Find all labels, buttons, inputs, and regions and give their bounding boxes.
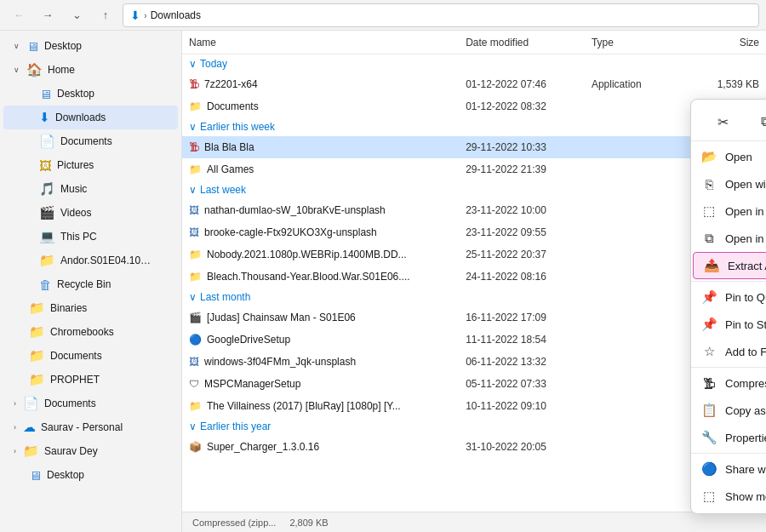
group-header[interactable]: ∨Today <box>182 54 766 73</box>
file-name-cell: 🖼windows-3f04FMm_Jqk-unsplash <box>189 356 466 368</box>
sidebar-item-label: Recycle Bin <box>57 278 156 290</box>
context-item-icon: 📋 <box>701 403 717 418</box>
group-header[interactable]: ∨Earlier this week <box>182 117 766 136</box>
context-menu-item-share-skype[interactable]: 🔵Share with Skype <box>691 455 766 483</box>
sidebar-item-prophet[interactable]: 📁PROPHET <box>3 368 178 392</box>
sidebar-item-icon: 🖥 <box>29 468 42 483</box>
sidebar-item-downloads[interactable]: ⬇Downloads📌 <box>3 106 178 129</box>
sidebar-item-documents3[interactable]: ›📄Documents <box>3 392 178 415</box>
file-name-cell: 📁Documents <box>189 100 466 112</box>
context-menu-divider <box>691 453 766 454</box>
table-row[interactable]: 🔵GoogleDriveSetup11-11-2022 18:54 <box>182 329 766 351</box>
context-item-icon: 🔧 <box>701 430 717 445</box>
context-menu-item-open-new-window[interactable]: ⧉Open in new window <box>691 225 766 252</box>
context-item-label: Compress to ZIP file <box>725 377 766 390</box>
context-menu-item-pin-quick[interactable]: 📌Pin to Quick access <box>691 283 766 311</box>
col-header-type[interactable]: Type <box>592 37 692 49</box>
file-modified: 11-11-2022 18:54 <box>466 334 592 346</box>
file-icon: 🖼 <box>189 356 199 368</box>
file-size: 1,539 KB <box>692 78 759 90</box>
sidebar-item-chromebooks[interactable]: 📁Chromebooks <box>3 320 178 344</box>
sidebar-item-icon: 🗑 <box>39 277 52 292</box>
sidebar-item-saurav-dey[interactable]: ›📁Saurav Dey <box>3 439 178 463</box>
context-item-label: Add to Favorites <box>725 346 766 358</box>
up-button[interactable]: ↑ <box>94 3 117 27</box>
context-menu: ✂⧉✏↗🗑📂OpenEnter⎘Open with›⬚Open in new t… <box>690 99 766 514</box>
sidebar-item-videos[interactable]: 🎬Videos📌 <box>3 201 178 225</box>
context-menu-item-open[interactable]: 📂OpenEnter <box>691 143 766 170</box>
table-row[interactable]: 🗜Bla Bla Bla29-11-2022 10:33 <box>182 136 766 158</box>
context-tool-cut[interactable]: ✂ <box>707 108 738 135</box>
table-row[interactable]: 📁The Villainess (2017) [BluRay] [1080p] … <box>182 395 766 417</box>
context-item-label: Copy as path <box>725 404 766 417</box>
table-row[interactable]: 📦Super_Charger_1.3.0.1631-10-2022 20:05 <box>182 436 766 458</box>
col-header-name[interactable]: Name <box>189 37 466 49</box>
table-row[interactable]: 📁All Games29-11-2022 21:39 <box>182 158 766 180</box>
address-bar[interactable]: ⬇ › Downloads <box>123 3 759 27</box>
context-menu-item-pin-start[interactable]: 📌Pin to Start <box>691 311 766 338</box>
back-button[interactable]: ← <box>7 3 31 27</box>
forward-button[interactable]: → <box>36 3 60 27</box>
sidebar-item-icon: 📄 <box>39 134 55 149</box>
sidebar-item-label: Saurav - Personal <box>41 421 171 433</box>
sidebar-item-documents2[interactable]: 📁Documents <box>3 344 178 368</box>
table-row[interactable]: 🗜7z2201-x6401-12-2022 07:46Application1,… <box>182 73 766 95</box>
recent-button[interactable]: ⌄ <box>65 3 89 27</box>
file-icon: 🖼 <box>189 226 199 238</box>
group-header[interactable]: ∨Earlier this year <box>182 417 766 436</box>
sidebar-item-label: Chromebooks <box>50 326 171 338</box>
sidebar-item-music[interactable]: 🎵Music📌 <box>3 177 178 201</box>
sidebar-item-icon: 🖥 <box>26 39 39 54</box>
file-list: ∨Today🗜7z2201-x6401-12-2022 07:46Applica… <box>182 54 766 512</box>
file-name-cell: 📁The Villainess (2017) [BluRay] [1080p] … <box>189 400 466 412</box>
table-row[interactable]: 🛡MSPCManagerSetup05-11-2022 07:33 <box>182 373 766 395</box>
sidebar-item-binaries[interactable]: 📁Binaries <box>3 296 178 320</box>
file-name: 7z2201-x64 <box>204 78 258 90</box>
sidebar-item-documents[interactable]: 📄Documents📌 <box>3 129 178 153</box>
file-modified: 05-11-2022 07:33 <box>466 378 592 390</box>
sidebar-item-desktop3[interactable]: 🖥Desktop <box>3 463 178 487</box>
group-header[interactable]: ∨Last week <box>182 180 766 199</box>
address-separator: › <box>144 10 147 20</box>
col-header-size[interactable]: Size <box>692 37 759 49</box>
context-item-label: Open in new window <box>725 232 766 245</box>
chevron-icon: ∨ <box>14 42 20 50</box>
sidebar-item-home[interactable]: ∨🏠Home <box>3 58 178 82</box>
context-menu-item-more-options[interactable]: ⬚Show more optionsShift+F10 <box>691 483 766 510</box>
table-row[interactable]: 🖼nathan-dumlao-sW_10braKvE-unsplash23-11… <box>182 199 766 221</box>
table-row[interactable]: 🖼windows-3f04FMm_Jqk-unsplash06-11-2022 … <box>182 351 766 373</box>
sidebar-item-desktop-root[interactable]: ∨🖥Desktop <box>3 34 178 58</box>
group-label: Last month <box>200 291 250 303</box>
context-menu-item-compress[interactable]: 🗜Compress to ZIP file <box>691 369 766 397</box>
file-name: brooke-cagle-Ftx92UKO3Xg-unsplash <box>204 226 377 238</box>
table-row[interactable]: 🖼brooke-cagle-Ftx92UKO3Xg-unsplash23-11-… <box>182 221 766 243</box>
context-tool-copy[interactable]: ⧉ <box>751 108 766 135</box>
table-row[interactable]: 📁Bleach.Thousand-Year.Blood.War.S01E06..… <box>182 266 766 288</box>
sidebar-item-icon: 🎵 <box>39 181 55 197</box>
context-menu-item-add-favorites[interactable]: ☆Add to Favorites <box>691 338 766 365</box>
sidebar-item-label: Desktop <box>44 40 171 52</box>
sidebar-item-recycle[interactable]: 🗑Recycle Bin📌 <box>3 272 178 296</box>
context-menu-item-properties[interactable]: 🔧PropertiesAlt+Enter <box>691 424 766 451</box>
sidebar-item-pictures[interactable]: 🖼Pictures📌 <box>3 153 178 177</box>
sidebar: ∨🖥Desktop∨🏠Home🖥Desktop📌⬇Downloads📌📄Docu… <box>0 31 182 532</box>
file-name-cell: 🗜7z2201-x64 <box>189 78 466 90</box>
sidebar-item-desktop-sub[interactable]: 🖥Desktop📌 <box>3 82 178 106</box>
table-row[interactable]: 📁Documents01-12-2022 08:32 <box>182 95 766 117</box>
sidebar-item-thispc[interactable]: 💻This PC <box>3 225 178 249</box>
col-header-modified[interactable]: Date modified <box>466 37 592 49</box>
sidebar-item-andor[interactable]: 📁Andor.S01E04.1080p.WEB...📌 <box>3 249 178 272</box>
context-menu-item-open-with[interactable]: ⎘Open with› <box>691 170 766 197</box>
group-header[interactable]: ∨Last month <box>182 288 766 306</box>
table-row[interactable]: 📁Nobody.2021.1080p.WEBRip.1400MB.DD...25… <box>182 243 766 266</box>
context-menu-item-copy-path[interactable]: 📋Copy as pathCtrl+Shift+C <box>691 397 766 424</box>
column-headers: Name Date modified Type Size <box>182 31 766 54</box>
context-menu-item-open-new-tab[interactable]: ⬚Open in new tab <box>691 197 766 225</box>
file-icon: 🗜 <box>189 141 199 153</box>
context-item-icon: ⎘ <box>701 176 717 192</box>
file-modified: 01-12-2022 08:32 <box>466 100 592 112</box>
table-row[interactable]: 🎬[Judas] Chainsaw Man - S01E0616-11-2022… <box>182 306 766 329</box>
sidebar-item-saurav-personal[interactable]: ›☁Saurav - Personal <box>3 415 178 439</box>
context-menu-item-extract-all[interactable]: 📤Extract All... <box>693 252 766 279</box>
file-name: Bla Bla Bla <box>204 141 254 153</box>
